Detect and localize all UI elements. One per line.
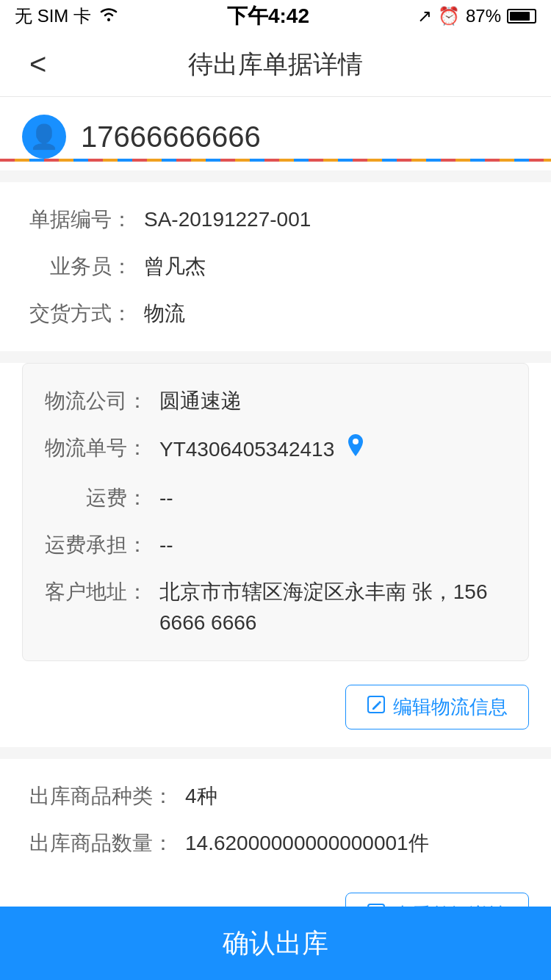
status-time: 下午4:42 bbox=[227, 2, 309, 30]
status-left: 无 SIM 卡 bbox=[15, 4, 119, 28]
logistics-tracking-value-wrap: YT4306405342413 bbox=[159, 433, 367, 466]
carrier-label: 无 SIM 卡 bbox=[15, 4, 91, 28]
svg-point-1 bbox=[353, 439, 359, 444]
logistics-card: 物流公司： 圆通速递 物流单号： YT4306405342413 运费： bbox=[22, 363, 529, 661]
logistics-tracking-row: 物流单号： YT4306405342413 bbox=[45, 433, 506, 466]
dashed-divider-wrap bbox=[0, 159, 551, 170]
customer-address-row: 客户地址： 北京市市辖区海淀区永丰南 张，156 6666 6666 bbox=[45, 577, 506, 638]
confirm-btn-label: 确认出库 bbox=[223, 926, 328, 962]
edit-logistics-label: 编辑物流信息 bbox=[393, 694, 508, 720]
customer-address-value: 北京市市辖区海淀区永丰南 张，156 6666 6666 bbox=[159, 577, 506, 638]
doc-number-value: SA-20191227-001 bbox=[144, 204, 522, 235]
goods-quantity-label: 出库商品数量： bbox=[29, 828, 173, 859]
battery-percent: 87% bbox=[466, 6, 501, 26]
svg-point-0 bbox=[107, 18, 110, 21]
delivery-method-label: 交货方式： bbox=[29, 298, 132, 329]
basic-info-section: 单据编号： SA-20191227-001 业务员： 曾凡杰 交货方式： 物流 bbox=[0, 182, 551, 351]
alarm-icon: ⏰ bbox=[438, 6, 460, 26]
map-pin-icon[interactable] bbox=[345, 433, 367, 466]
logistics-tracking-value: YT4306405342413 bbox=[159, 434, 334, 465]
edit-icon bbox=[367, 695, 386, 719]
dashed-divider bbox=[0, 159, 551, 162]
confirm-outbound-button[interactable]: 确认出库 bbox=[0, 907, 551, 980]
wifi-icon bbox=[98, 6, 119, 26]
logistics-tracking-label: 物流单号： bbox=[45, 433, 148, 464]
goods-quantity-row: 出库商品数量： 14.62000000000000001件 bbox=[29, 828, 522, 859]
nav-title: 待出库单据详情 bbox=[188, 48, 363, 82]
logistics-company-row: 物流公司： 圆通速递 bbox=[45, 386, 506, 417]
freight-bear-label: 运费承担： bbox=[45, 530, 148, 561]
battery-icon bbox=[507, 9, 536, 24]
status-bar: 无 SIM 卡 下午4:42 ↗ ⏰ 87% bbox=[0, 0, 551, 32]
location-arrow-icon: ↗ bbox=[417, 6, 432, 26]
bottom-area: 确认出库 bbox=[0, 907, 551, 980]
freight-label: 运费： bbox=[45, 483, 148, 514]
back-button[interactable]: < bbox=[22, 40, 54, 88]
goods-quantity-value: 14.62000000000000001件 bbox=[185, 828, 522, 859]
goods-type-row: 出库商品种类： 4种 bbox=[29, 781, 522, 812]
goods-type-label: 出库商品种类： bbox=[29, 781, 173, 812]
section-divider-1 bbox=[0, 747, 551, 759]
avatar-icon: 👤 bbox=[29, 123, 59, 151]
phone-header: 👤 17666666666 bbox=[0, 97, 551, 159]
edit-btn-wrap: 编辑物流信息 bbox=[0, 673, 551, 747]
freight-bear-row: 运费承担： -- bbox=[45, 530, 506, 561]
status-right: ↗ ⏰ 87% bbox=[417, 6, 536, 26]
doc-number-label: 单据编号： bbox=[29, 204, 132, 235]
freight-row: 运费： -- bbox=[45, 483, 506, 514]
nav-bar: < 待出库单据详情 bbox=[0, 32, 551, 97]
logistics-company-label: 物流公司： bbox=[45, 386, 148, 417]
logistics-wrapper: 物流公司： 圆通速递 物流单号： YT4306405342413 运费： bbox=[0, 363, 551, 747]
logistics-company-value: 圆通速递 bbox=[159, 386, 506, 417]
goods-section: 出库商品种类： 4种 出库商品数量： 14.62000000000000001件 bbox=[0, 759, 551, 881]
main-content: 👤 17666666666 单据编号： SA-20191227-001 业务员：… bbox=[0, 97, 551, 980]
salesperson-row: 业务员： 曾凡杰 bbox=[29, 251, 522, 282]
customer-address-label: 客户地址： bbox=[45, 577, 148, 608]
edit-logistics-button[interactable]: 编辑物流信息 bbox=[345, 685, 529, 729]
delivery-method-value: 物流 bbox=[144, 298, 522, 329]
avatar: 👤 bbox=[22, 115, 66, 159]
phone-number: 17666666666 bbox=[81, 120, 261, 154]
freight-bear-value: -- bbox=[159, 530, 506, 561]
freight-value: -- bbox=[159, 483, 506, 514]
doc-number-row: 单据编号： SA-20191227-001 bbox=[29, 204, 522, 235]
salesperson-label: 业务员： bbox=[29, 251, 132, 282]
delivery-method-row: 交货方式： 物流 bbox=[29, 298, 522, 329]
goods-type-value: 4种 bbox=[185, 781, 522, 812]
salesperson-value: 曾凡杰 bbox=[144, 251, 522, 282]
